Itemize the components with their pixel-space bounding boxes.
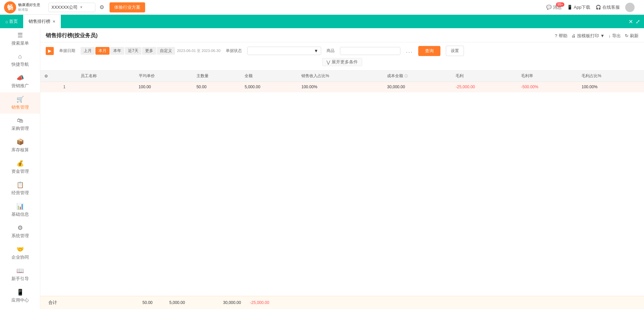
col-name: 员工名称 bbox=[77, 70, 134, 82]
app-name: 畅康通好生意 bbox=[18, 2, 40, 7]
col-sales-pct: 销售收入占比% bbox=[297, 70, 383, 82]
date-btn-this-year[interactable]: 本年 bbox=[110, 47, 124, 55]
message-badge: 99+ bbox=[556, 2, 564, 7]
row-sales-pct: 100.00% bbox=[297, 82, 383, 92]
basic-info-icon: 📊 bbox=[16, 203, 24, 210]
enterprise-icon: 🤝 bbox=[16, 246, 24, 253]
top-right-actions: 💬 消息 99+ 📱 App下载 🎧 在线客服 bbox=[546, 3, 640, 12]
home-nav-icon: ⌂ bbox=[18, 53, 22, 60]
refresh-button[interactable]: ↻ 刷新 bbox=[625, 33, 639, 39]
col-profit-rate: 毛利率 bbox=[517, 70, 577, 82]
query-button[interactable]: 查询 bbox=[418, 46, 440, 56]
sidebar-item-basic-info[interactable]: 📊 基础信息 bbox=[0, 199, 40, 221]
goods-input-wrapper bbox=[340, 47, 400, 55]
date-btn-custom[interactable]: 自定义 bbox=[157, 47, 175, 55]
close-window-icon[interactable]: ✕ bbox=[629, 18, 633, 25]
sidebar-item-sales[interactable]: 🛒 销售管理 bbox=[0, 92, 40, 114]
footer-profit: -25,000.00 bbox=[246, 300, 273, 305]
sidebar-item-purchase[interactable]: 🛍 采购管理 bbox=[0, 114, 40, 135]
print-chevron-icon: ▼ bbox=[600, 33, 605, 38]
settings-small-button[interactable]: 设置 bbox=[446, 46, 464, 56]
app-download-label: App下载 bbox=[574, 4, 590, 10]
expand-filters-button[interactable]: ⋁ 展开更多条件 bbox=[322, 58, 362, 66]
footer-cost: 30,000.00 bbox=[219, 300, 246, 305]
print-button[interactable]: 🖨 按模板打印 ▼ bbox=[571, 33, 605, 39]
sidebar-item-apps[interactable]: 📱 应用中心 bbox=[0, 285, 40, 307]
online-service-label: 在线客服 bbox=[602, 4, 620, 10]
filter-area: ▶ 单据日期 上月 本月 本年 近7天 更多 自定义 2023-06-01 至 … bbox=[40, 42, 644, 70]
apps-icon: 📱 bbox=[16, 289, 24, 296]
refresh-icon: ↻ bbox=[625, 33, 629, 38]
app-download-button[interactable]: 📱 App下载 bbox=[567, 4, 590, 10]
expand-row: ⋁ 展开更多条件 bbox=[46, 56, 639, 67]
maximize-icon[interactable]: ⤢ bbox=[636, 18, 640, 25]
row-profit-rate: -500.00% bbox=[517, 82, 577, 92]
finance-icon: 💰 bbox=[16, 160, 24, 167]
date-filter-label: 单据日期 bbox=[59, 48, 75, 54]
date-shortcuts: 上月 本月 本年 近7天 更多 自定义 2023-06-01 至 2023-06… bbox=[81, 47, 220, 55]
sidebar-item-inventory[interactable]: 📦 库存核算 bbox=[0, 135, 40, 156]
date-range-display: 2023-06-01 至 2023-06-30 bbox=[177, 48, 221, 53]
tab-home[interactable]: ⌂ 首页 bbox=[0, 15, 23, 28]
sidebar-item-marketing[interactable]: 📣 营销推广 bbox=[0, 71, 40, 92]
date-btn-7days[interactable]: 近7天 bbox=[125, 47, 141, 55]
close-tab-icon[interactable]: ✕ bbox=[52, 19, 55, 24]
company-name: XXXXXX公司 bbox=[51, 4, 78, 10]
col-amount: 全额 bbox=[241, 70, 297, 82]
row-profit: -25,000.00 bbox=[452, 82, 517, 92]
filter-row-1: ▶ 单据日期 上月 本月 本年 近7天 更多 自定义 2023-06-01 至 … bbox=[46, 46, 639, 56]
chevron-down-icon: ▼ bbox=[80, 5, 83, 9]
table-row: 1 100.00 50.00 5,000.00 100.00% 30,000.0… bbox=[40, 82, 644, 92]
search-icon: ☰ bbox=[17, 32, 23, 39]
sidebar-item-finance[interactable]: 💰 资金管理 bbox=[0, 156, 40, 178]
company-selector[interactable]: XXXXXX公司 ▼ bbox=[48, 3, 95, 12]
date-btn-this-month[interactable]: 本月 bbox=[95, 47, 110, 55]
col-cost: 成本全额 ⓘ bbox=[383, 70, 452, 82]
rankings-table: ⚙ 员工名称 平均单价 主数量 全额 销售收入占比% 成本全额 ⓘ 毛利 毛利率… bbox=[40, 70, 644, 92]
sidebar-item-search[interactable]: ☰ 搜索菜单 bbox=[0, 28, 40, 50]
online-service-button[interactable]: 🎧 在线客服 bbox=[596, 4, 620, 10]
footer-amount: 5,000.00 bbox=[165, 300, 192, 305]
home-icon: ⌂ bbox=[5, 19, 8, 24]
more-filters-icon[interactable]: ... bbox=[406, 47, 413, 54]
nav-tabs: ⌂ 首页 销售排行榜 ✕ ✕ ⤢ bbox=[0, 15, 644, 28]
main-layout: ☰ 搜索菜单 ⌂ 快捷导航 📣 营销推广 🛒 销售管理 🛍 采购管理 📦 库存核… bbox=[0, 28, 644, 309]
filter-toggle-icon[interactable]: ▶ bbox=[46, 47, 54, 55]
sidebar-item-enterprise[interactable]: 🤝 企业协同 bbox=[0, 242, 40, 264]
col-rank bbox=[52, 70, 77, 82]
row-amount: 5,000.00 bbox=[241, 82, 297, 92]
col-settings[interactable]: ⚙ bbox=[40, 70, 52, 82]
logo-area: 畅 畅康通好生意 标准版 bbox=[4, 1, 44, 13]
sales-icon: 🛒 bbox=[16, 96, 24, 103]
trial-button[interactable]: 体验行业方案 bbox=[110, 2, 145, 12]
goods-search-input[interactable] bbox=[343, 49, 397, 53]
marketing-icon: 📣 bbox=[16, 74, 24, 82]
status-select[interactable]: ▼ bbox=[247, 47, 321, 55]
system-icon: ⚙ bbox=[17, 224, 23, 231]
sidebar-item-system[interactable]: ⚙ 系统管理 bbox=[0, 221, 40, 242]
page-title: 销售排行榜(按业务员) bbox=[46, 32, 98, 39]
sidebar-item-operations[interactable]: 📋 经营管理 bbox=[0, 178, 40, 199]
messages-button[interactable]: 💬 消息 99+ bbox=[546, 4, 562, 10]
app-sub: 标准版 bbox=[18, 7, 40, 12]
help-icon: ? bbox=[555, 33, 557, 38]
tab-sales-ranking[interactable]: 销售排行榜 ✕ bbox=[23, 15, 61, 28]
date-btn-more[interactable]: 更多 bbox=[142, 47, 156, 55]
col-profit-pct: 毛利占比% bbox=[577, 70, 644, 82]
table-header-row: ⚙ 员工名称 平均单价 主数量 全额 销售收入占比% 成本全额 ⓘ 毛利 毛利率… bbox=[40, 70, 644, 82]
settings-icon[interactable]: ⚙ bbox=[98, 3, 105, 12]
row-profit-pct: 100.00% bbox=[577, 82, 644, 92]
guide-icon: 📖 bbox=[16, 267, 24, 274]
goods-filter-label: 商品 bbox=[327, 48, 335, 54]
help-button[interactable]: ? 帮助 bbox=[555, 33, 567, 39]
purchase-icon: 🛍 bbox=[17, 117, 23, 124]
date-btn-last-month[interactable]: 上月 bbox=[81, 47, 95, 55]
sidebar-item-wechat[interactable]: 💬 企业微信 bbox=[0, 307, 40, 309]
sidebar-item-shortcuts[interactable]: ⌂ 快捷导航 bbox=[0, 50, 40, 71]
avatar[interactable] bbox=[625, 3, 635, 12]
print-icon: 🖨 bbox=[571, 33, 576, 38]
sidebar-item-guide[interactable]: 📖 新手引导 bbox=[0, 264, 40, 285]
page-header: 销售排行榜(按业务员) ? 帮助 🖨 按模板打印 ▼ ↓ 导出 ↻ 刷新 bbox=[40, 28, 644, 42]
export-icon: ↓ bbox=[609, 33, 611, 38]
export-button[interactable]: ↓ 导出 bbox=[609, 33, 621, 39]
